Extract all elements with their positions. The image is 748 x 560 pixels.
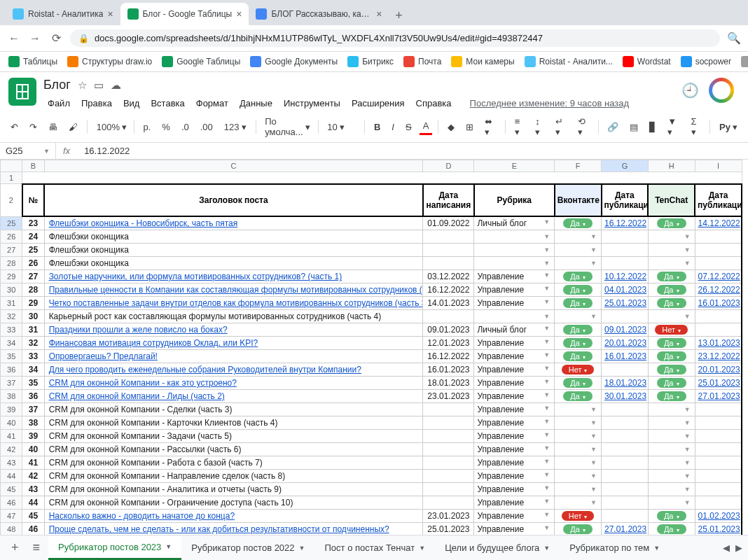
bookmark-item[interactable]: Структуры draw.io [67,56,152,67]
cell-date[interactable] [423,456,474,470]
bookmark-item[interactable]: Таблицы [8,56,57,67]
halign-button[interactable]: ≡ ▾ [511,114,527,139]
cell-pub1[interactable]: 04.01.2023 [602,284,649,297]
pub-date-link[interactable]: 26.12.2022 [698,285,740,295]
cell-title[interactable]: Финансовая мотивация сотрудников Оклад, … [44,337,423,350]
row-header[interactable]: 36 [1,363,22,377]
menu-item[interactable]: Формат [192,95,233,111]
pub-date-link[interactable]: 09.01.2023 [604,325,646,335]
cell-rubric[interactable]: ▼ [474,310,555,323]
cell-title[interactable]: CRM для оконной Компании - Лиды (часть 2… [44,390,423,403]
cell-tc[interactable]: Да▾ [648,297,695,310]
font-select[interactable]: По умолча... ▾ [261,114,312,139]
dropdown-icon[interactable]: ▼ [543,246,550,253]
cell-vk[interactable]: Да▾ [555,270,602,284]
dropdown-icon[interactable]: ▼ [543,272,550,279]
row-header[interactable]: 28 [1,257,22,270]
pub-date-link[interactable]: 27.01.2023 [698,391,740,401]
cell-pub2[interactable] [695,470,742,483]
star-icon[interactable]: ☆ [78,79,87,92]
chart-button[interactable]: ▊ [646,120,660,134]
bookmark-item[interactable]: Мои камеры [451,56,514,67]
dropdown-icon[interactable]: ▼ [684,486,691,493]
cell-tc[interactable]: ▼ [648,310,695,323]
cell-title[interactable]: Флешбэки оконщика [44,244,423,257]
pub-date-link[interactable]: 23.12.2022 [698,351,740,361]
cell-date[interactable]: 18.01.2023 [423,377,474,390]
doc-title[interactable]: Блог [43,78,71,92]
menu-item[interactable]: Инструменты [279,95,345,111]
cell-vk[interactable]: Да▾ [555,523,602,536]
status-pill-yes[interactable]: Да▾ [563,325,593,335]
cell-num[interactable]: 27 [22,270,44,284]
dropdown-icon[interactable]: ▼ [684,260,691,267]
dropdown-icon[interactable]: ▼ [543,218,550,225]
pub-date-link[interactable]: 20.01.2023 [698,365,740,374]
cell-vk[interactable]: Нет▾ [555,510,602,523]
cell-title[interactable]: Флешбэки оконщика - Новосибирск, часть п… [44,216,423,230]
pub-date-link[interactable]: 27.01.2023 [604,524,646,534]
sheets-logo-icon[interactable] [8,78,36,106]
menu-item[interactable]: Справка [412,95,456,111]
row-header[interactable]: 37 [1,377,22,390]
rotate-button[interactable]: ⟲ ▾ [574,114,593,139]
cell-vk[interactable]: Да▾ [555,284,602,297]
cell-pub2[interactable]: 20.01.2023 [695,363,742,377]
dropdown-icon[interactable]: ▼ [543,285,550,292]
fontsize-select[interactable]: 10 ▾ [324,120,359,134]
cell-vk[interactable]: ▼ [555,496,602,510]
dropdown-icon[interactable]: ▼ [590,472,597,479]
cell-rubric[interactable]: ▼Управление [474,416,555,430]
script-button[interactable]: Рy ▾ [716,120,741,134]
cell-tc[interactable]: Да▾ [648,390,695,403]
status-pill-yes[interactable]: Да▾ [657,272,686,281]
sheet-tab-menu-icon[interactable]: ▼ [653,545,660,552]
cell-vk[interactable]: Да▾ [555,323,602,337]
cell-tc[interactable]: ▼ [648,483,695,496]
url-input[interactable]: 🔒 docs.google.com/spreadsheets/d/1hbihjN… [70,29,720,47]
cell-title[interactable]: CRM для оконной Компании - как это устро… [44,377,423,390]
cell-tc[interactable]: ▼ [648,244,695,257]
cell-num[interactable]: 41 [22,456,44,470]
cell-tc[interactable]: Да▾ [648,510,695,523]
sheet-tab[interactable]: Цели и будущее блога▼ [435,536,560,560]
row-header[interactable]: 47 [1,510,22,523]
status-pill-yes[interactable]: Да▾ [657,511,686,521]
dropdown-icon[interactable]: ▼ [590,419,597,426]
dropdown-icon[interactable]: ▼ [590,246,597,253]
post-title-link[interactable]: Правильные ценности в Компании как соста… [49,285,423,295]
cell-date[interactable]: 16.01.2023 [423,363,474,377]
cell-date[interactable]: 16.12.2022 [423,284,474,297]
pub-date-link[interactable]: 01.02.2023 [698,511,740,521]
dropdown-icon[interactable]: ▼ [684,433,691,440]
cell-title[interactable]: Праздники прошли а желе повисло на боках… [44,323,423,337]
cell-tc[interactable]: Да▾ [648,216,695,230]
percent-button[interactable]: % [158,120,174,134]
status-pill-yes[interactable]: Да▾ [563,524,593,534]
cell-pub1[interactable]: 25.01.2023 [602,297,649,310]
status-pill-yes[interactable]: Да▾ [657,298,686,308]
cell-pub1[interactable]: 16.12.2022 [602,216,649,230]
cell-rubric[interactable]: ▼Управление [474,523,555,536]
cell-date[interactable]: 14.01.2023 [423,297,474,310]
cell-pub2[interactable] [695,496,742,510]
cell-num[interactable]: 37 [22,403,44,416]
cell-vk[interactable]: ▼ [555,257,602,270]
cell-num[interactable]: 33 [22,350,44,363]
cell-pub1[interactable] [602,483,649,496]
pub-date-link[interactable]: 16.01.2023 [698,298,740,308]
name-box[interactable]: G25▼ [0,143,56,159]
bookmark-item[interactable]: Битрикс [347,56,394,67]
row-header[interactable]: 33 [1,323,22,337]
dec-increase-button[interactable]: .00 [197,120,216,134]
status-pill-yes[interactable]: Да▾ [563,351,593,361]
col-header[interactable]: H [648,160,695,172]
menu-item[interactable]: Вставка [146,95,188,111]
bookmark-item[interactable]: Google Таблицы [162,56,240,67]
cell-rubric[interactable]: ▼Управление [474,284,555,297]
cell-tc[interactable]: Нет▾ [648,323,695,337]
cell-pub1[interactable] [602,510,649,523]
post-title-link[interactable]: Насколько важно - доводить начатое до ко… [49,511,235,521]
cell-pub2[interactable] [695,416,742,430]
cell-title[interactable]: Проще сделать, чем не сделать - или как … [44,523,423,536]
